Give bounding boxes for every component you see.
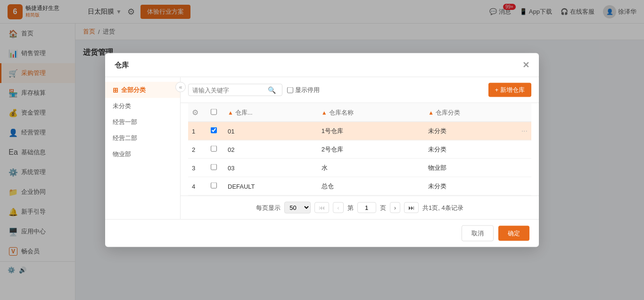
page-label: 第 xyxy=(347,203,354,212)
page-unit: 页 xyxy=(380,203,386,212)
category-label-uncategorized: 未分类 xyxy=(113,102,131,110)
category-collapse-btn[interactable]: « xyxy=(175,82,186,92)
row-check[interactable] xyxy=(207,158,224,177)
category-sort[interactable]: ▲ 仓库分类 xyxy=(428,108,528,117)
name-sort[interactable]: ▲ 仓库名称 xyxy=(322,108,421,117)
th-gear: ⚙ xyxy=(188,103,207,122)
last-page-btn[interactable]: ⏭ xyxy=(404,202,419,213)
search-box[interactable]: 🔍 xyxy=(188,84,282,96)
table-row[interactable]: 4 DEFAULT 总仓 未分类 xyxy=(188,177,531,195)
row-check[interactable] xyxy=(207,177,224,195)
dialog-close-btn[interactable]: ✕ xyxy=(522,60,529,70)
search-input[interactable] xyxy=(192,86,268,93)
category-item-ops1[interactable]: 经营一部 xyxy=(105,114,180,130)
show-disabled-text: 显示停用 xyxy=(295,86,320,94)
pagination: 每页显示 50 100 200 ⏮ ‹ 第 页 › ⏭ 共1页, 4条记录 xyxy=(181,196,539,219)
dialog-right-panel: 🔍 显示停用 + 新增仓库 ⚙ xyxy=(181,77,539,219)
category-label-property: 物业部 xyxy=(113,150,131,158)
dialog-title: 仓库 xyxy=(115,60,129,69)
category-item-property[interactable]: 物业部 xyxy=(105,146,180,162)
row-category: 未分类 xyxy=(424,177,531,195)
show-disabled-checkbox[interactable] xyxy=(287,87,293,93)
row-code: 02 xyxy=(224,140,318,158)
row-index: 4 xyxy=(188,177,207,195)
category-item-uncategorized[interactable]: 未分类 xyxy=(105,98,180,114)
gear-header-icon[interactable]: ⚙ xyxy=(192,108,198,117)
category-label-all: 全部分类 xyxy=(121,86,146,94)
row-check[interactable] xyxy=(207,140,224,158)
prev-page-btn[interactable]: ‹ xyxy=(333,202,343,213)
row-code: DEFAULT xyxy=(224,177,318,195)
warehouse-table-wrap: ⚙ ▲ 仓库... xyxy=(181,103,539,196)
table-row[interactable]: 1 01 1号仓库 未分类 ··· xyxy=(188,122,531,140)
table-row[interactable]: 3 03 水 物业部 xyxy=(188,158,531,177)
th-code: ▲ 仓库... xyxy=(224,103,318,122)
row-code: 03 xyxy=(224,158,318,177)
th-check xyxy=(207,103,224,122)
row-index: 2 xyxy=(188,140,207,158)
th-name: ▲ 仓库名称 xyxy=(318,103,425,122)
row-check[interactable] xyxy=(207,122,224,140)
cancel-btn[interactable]: 取消 xyxy=(462,225,494,242)
table-row[interactable]: 2 02 2号仓库 未分类 xyxy=(188,140,531,158)
row-index: 1 xyxy=(188,122,207,140)
category-item-ops2[interactable]: 经营二部 xyxy=(105,130,180,146)
row-category: 未分类 xyxy=(424,140,531,158)
row-name: 总仓 xyxy=(318,177,425,195)
table-body: 1 01 1号仓库 未分类 ··· 2 02 2号仓库 未分类 xyxy=(188,122,531,195)
th-category: ▲ 仓库分类 xyxy=(424,103,531,122)
warehouse-table: ⚙ ▲ 仓库... xyxy=(188,103,531,196)
row-code: 01 xyxy=(224,122,318,140)
all-category-icon: ⊞ xyxy=(113,86,118,94)
row-name: 1号仓库 xyxy=(318,122,425,140)
select-all-checkbox[interactable] xyxy=(211,108,217,115)
more-icon[interactable]: ··· xyxy=(521,127,528,135)
first-page-btn[interactable]: ⏮ xyxy=(314,202,329,213)
add-warehouse-btn[interactable]: + 新增仓库 xyxy=(488,83,531,97)
row-name: 2号仓库 xyxy=(318,140,425,158)
confirm-btn[interactable]: 确定 xyxy=(498,226,529,241)
row-category: 物业部 xyxy=(424,158,531,177)
row-name: 水 xyxy=(318,158,425,177)
category-label-ops1: 经营一部 xyxy=(113,118,137,126)
table-header: ⚙ ▲ 仓库... xyxy=(188,103,531,122)
category-panel: « ⊞ 全部分类 未分类 经营一部 经营二部 物业部 xyxy=(105,77,181,219)
dialog-footer: 取消 确定 xyxy=(105,219,539,247)
category-label-ops2: 经营二部 xyxy=(113,134,137,142)
code-sort[interactable]: ▲ 仓库... xyxy=(228,108,314,117)
show-disabled-label[interactable]: 显示停用 xyxy=(287,86,320,94)
category-item-all[interactable]: ⊞ 全部分类 xyxy=(105,82,180,98)
dialog-toolbar: 🔍 显示停用 + 新增仓库 xyxy=(181,77,539,103)
total-info: 共1页, 4条记录 xyxy=(422,203,463,212)
page-input[interactable] xyxy=(357,202,376,213)
dialog-body: « ⊞ 全部分类 未分类 经营一部 经营二部 物业部 xyxy=(105,77,539,219)
row-category: 未分类 ··· xyxy=(424,122,531,140)
next-page-btn[interactable]: › xyxy=(390,202,400,213)
per-page-label: 每页显示 xyxy=(256,203,281,212)
warehouse-dialog: 仓库 ✕ « ⊞ 全部分类 未分类 经营一部 经营二部 物业部 xyxy=(105,53,539,247)
search-icon[interactable]: 🔍 xyxy=(268,86,276,94)
row-index: 3 xyxy=(188,158,207,177)
dialog-header: 仓库 ✕ xyxy=(105,53,539,77)
per-page-select[interactable]: 50 100 200 xyxy=(284,202,311,214)
